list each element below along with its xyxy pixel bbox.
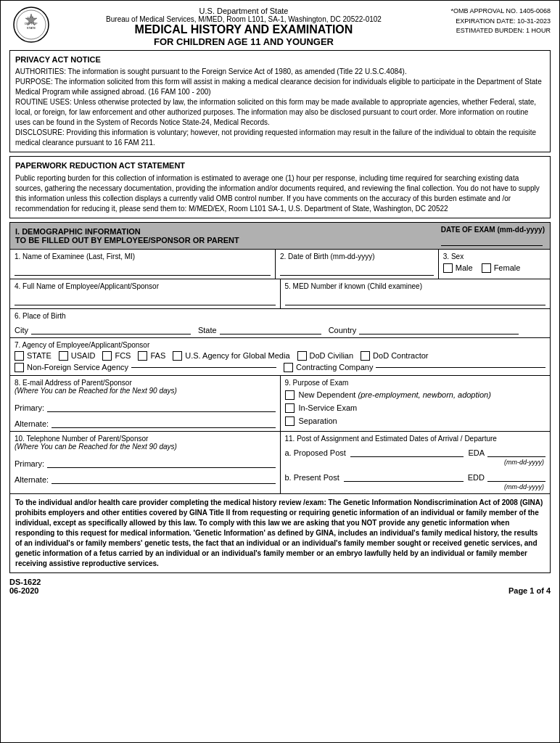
separation-label: Separation: [299, 416, 337, 425]
gina-text: To the individual and/or health care pro…: [15, 498, 543, 567]
paperwork-title: PAPERWORK REDUCTION ACT STATEMENT: [15, 160, 545, 171]
col-field8: 8. E-mail Address of Parent/Sponsor (Whe…: [10, 376, 281, 431]
dod-contractor-label: DoD Contractor: [373, 351, 428, 360]
cell-field3: 3. Sex Male Female: [439, 250, 550, 279]
estimated-burden: ESTIMATED BURDEN: 1 HOUR: [435, 26, 551, 36]
privacy-act-box: PRIVACY ACT NOTICE AUTHORITIES: The info…: [9, 50, 551, 152]
male-option: Male: [443, 263, 473, 273]
dod-civilian-option: DoD Civilian: [297, 351, 354, 361]
contracting-company-checkbox[interactable]: [284, 363, 293, 372]
edd-input[interactable]: [487, 472, 545, 482]
new-dependent-checkbox[interactable]: [285, 390, 295, 400]
dod-civilian-label: DoD Civilian: [310, 351, 354, 360]
gina-box: To the individual and/or health care pro…: [10, 493, 550, 572]
field2-label: 2. Date of Birth (mm-dd-yyyy): [280, 253, 434, 260]
page-number: Page 1 of 4: [508, 586, 551, 595]
alternate-email-row: Alternate:: [15, 418, 276, 428]
primary-phone-input[interactable]: [47, 458, 276, 468]
edd-group: EDD: [468, 472, 545, 482]
header-omb: *OMB APPROVAL NO. 1405-0068 EXPIRATION D…: [435, 7, 551, 36]
in-service-exam-label: In-Service Exam: [299, 403, 358, 412]
eda-group: EDA: [468, 447, 545, 457]
present-post-input[interactable]: [344, 472, 464, 482]
primary-label: Primary:: [15, 403, 44, 412]
country-input[interactable]: [359, 334, 519, 334]
usgm-label: U.S. Agency for Global Media: [185, 351, 289, 360]
privacy-act-title: PRIVACY ACT NOTICE: [15, 54, 545, 65]
eda-label: EDA: [468, 448, 485, 457]
alternate-phone-input[interactable]: [52, 474, 275, 484]
seal-logo: U.S. DEPT OF STATE: [9, 7, 53, 43]
non-foreign-checkbox[interactable]: [15, 363, 24, 372]
fas-label: FAS: [150, 351, 165, 360]
fcs-label: FCS: [115, 351, 131, 360]
field4-label: 4. Full Name of Employee/Applicant/Spons…: [15, 282, 276, 290]
fas-checkbox[interactable]: [138, 351, 147, 361]
footer-form-info: DS-1622 06-2020: [9, 578, 41, 595]
city-label: City: [15, 326, 28, 334]
fas-option: FAS: [138, 351, 165, 361]
field3-label: 3. Sex: [443, 253, 545, 260]
female-checkbox[interactable]: [482, 263, 491, 273]
in-service-exam-checkbox[interactable]: [285, 403, 295, 413]
cell-field1: 1. Name of Examinee (Last, First, MI): [10, 250, 276, 279]
agency-checkboxes: STATE USAID FCS FAS U.S. Agency for Glob…: [15, 351, 545, 361]
proposed-post-input[interactable]: [350, 447, 464, 457]
male-checkbox[interactable]: [443, 263, 453, 273]
field8-label: 8. E-mail Address of Parent/Sponsor (Whe…: [15, 379, 276, 395]
non-foreign-group: Non-Foreign Service Agency: [15, 363, 276, 372]
primary-email-input[interactable]: [47, 402, 276, 412]
present-post-row: b. Present Post EDD: [285, 472, 546, 482]
fcs-checkbox[interactable]: [102, 351, 112, 361]
primary-email-row: Primary:: [15, 402, 276, 412]
form-date: 06-2020: [9, 586, 41, 595]
omb-approval: *OMB APPROVAL NO. 1405-0068: [435, 7, 551, 17]
contracting-company-field[interactable]: [376, 367, 545, 368]
place-birth-fields: City State Country: [15, 326, 545, 334]
alternate-email-input[interactable]: [52, 418, 275, 428]
usaid-option: USAID: [59, 351, 96, 361]
state-input[interactable]: [220, 334, 321, 334]
edd-label: EDD: [468, 473, 485, 482]
usaid-checkbox[interactable]: [59, 351, 68, 361]
svg-text:STATE: STATE: [27, 26, 36, 30]
paperwork-box: PAPERWORK REDUCTION ACT STATEMENT Public…: [9, 156, 551, 218]
new-dependent-label: New Dependent (New Dependent (pre-employ…: [299, 390, 491, 399]
usaid-label: USAID: [71, 351, 96, 360]
row-8-9: 8. E-mail Address of Parent/Sponsor (Whe…: [10, 375, 550, 431]
city-input[interactable]: [31, 334, 191, 334]
primary-phone-label: Primary:: [15, 459, 44, 468]
post-section: a. Proposed Post EDA (mm-dd-yyyy) b. Pre…: [285, 447, 546, 490]
field7-label: 7. Agency of Employee/Applicant/Sponsor: [15, 341, 545, 349]
separation-checkbox[interactable]: [285, 416, 295, 426]
usgm-option: U.S. Agency for Global Media: [173, 351, 289, 361]
new-dependent-option: New Dependent (New Dependent (pre-employ…: [285, 390, 546, 400]
dod-contractor-checkbox[interactable]: [361, 351, 370, 361]
department-name: U.S. Department of State: [53, 7, 435, 15]
field5-label: 5. MED Number if known (Child examinee): [285, 282, 546, 290]
primary-phone-row: Primary:: [15, 458, 276, 468]
paperwork-text: Public reporting burden for this collect…: [15, 173, 545, 214]
row-4-5: 4. Full Name of Employee/Applicant/Spons…: [10, 279, 550, 308]
col-field10: 10. Telephone Number of Parent/Sponsor (…: [10, 432, 281, 493]
cell-field5: 5. MED Number if known (Child examinee): [281, 279, 551, 308]
country-label: Country: [329, 326, 357, 334]
non-foreign-field[interactable]: [131, 367, 276, 368]
state-agency-checkbox[interactable]: [15, 351, 24, 361]
usgm-checkbox[interactable]: [173, 351, 182, 361]
dod-civilian-checkbox[interactable]: [297, 351, 307, 361]
eda-input[interactable]: [487, 447, 545, 457]
header: U.S. DEPT OF STATE U.S. Department of St…: [9, 7, 551, 47]
alternate-label: Alternate:: [15, 419, 49, 428]
date-of-exam-label: DATE OF EXAM (mm-dd-yyyy): [441, 226, 545, 246]
state-agency-option: STATE: [15, 351, 52, 361]
row-field7: 7. Agency of Employee/Applicant/Sponsor …: [10, 337, 550, 375]
row-10-11: 10. Telephone Number of Parent/Sponsor (…: [10, 431, 550, 493]
alternate-phone-row: Alternate:: [15, 474, 276, 484]
field10-label: 10. Telephone Number of Parent/Sponsor (…: [15, 435, 276, 451]
separation-option: Separation: [285, 416, 546, 426]
country-field-group: Country: [329, 326, 519, 334]
proposed-post-row: a. Proposed Post EDA: [285, 447, 546, 457]
state-agency-label: STATE: [27, 351, 52, 360]
field11-label: 11. Post of Assignment and Estimated Dat…: [285, 435, 546, 443]
